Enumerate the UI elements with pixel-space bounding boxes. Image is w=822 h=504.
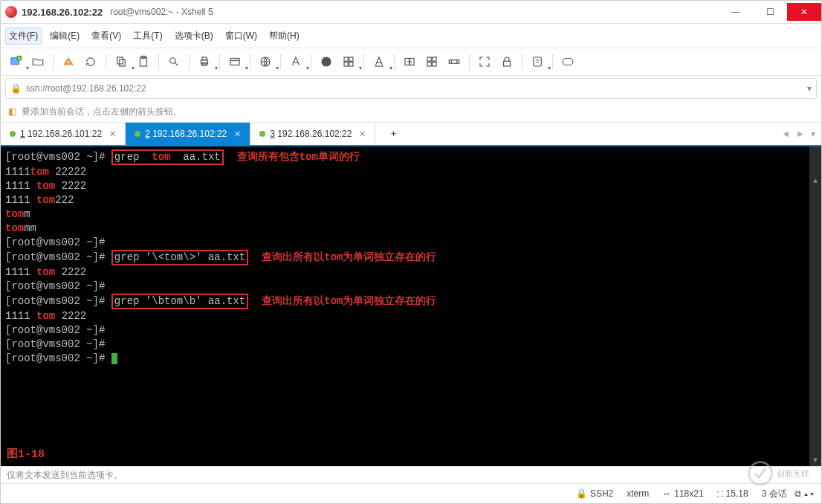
toolbar: ▾ ▾ ▾ ▾ ▾ ▾ ▾ ▾ ▾ — [1, 48, 821, 76]
menu-help[interactable]: 帮助(H) — [265, 28, 303, 45]
status-dot-icon — [135, 131, 140, 137]
svg-rect-14 — [349, 57, 353, 61]
terminal-line: tommm — [5, 222, 817, 236]
menu-file[interactable]: 文件(F) — [5, 28, 42, 45]
status-sessions: 3 会话 ⧉ ▴ ▾ — [762, 488, 814, 500]
tab-3[interactable]: 3 192.168.26.102:22 ✕ — [250, 123, 375, 145]
menu-view[interactable]: 查看(V) — [88, 28, 125, 45]
menu-tools[interactable]: 工具(T) — [129, 28, 166, 45]
send-scope-bar[interactable]: 仅将文本发送到当前选项卡。 — [1, 466, 821, 483]
svg-point-27 — [749, 462, 772, 485]
minimize-button[interactable]: — — [719, 3, 753, 21]
terminal-line: [root@vms002 ~]# — [5, 323, 817, 337]
terminal-line: [root@vms002 ~]# grep '\btom\b' aa.txt查询… — [5, 294, 817, 309]
tab-close-icon[interactable]: ✕ — [109, 129, 116, 139]
properties-icon[interactable]: ▾ — [226, 53, 244, 71]
help-icon[interactable] — [559, 53, 577, 71]
svg-rect-25 — [534, 57, 542, 66]
new-session-icon[interactable]: ▾ — [7, 53, 25, 71]
open-icon[interactable] — [29, 53, 47, 71]
svg-point-6 — [170, 58, 176, 64]
status-dot-icon — [259, 131, 265, 137]
svg-rect-3 — [120, 59, 126, 66]
svg-rect-8 — [202, 57, 207, 60]
svg-rect-15 — [344, 62, 348, 66]
svg-point-12 — [322, 57, 331, 66]
svg-rect-26 — [563, 59, 573, 65]
address-bar[interactable]: 🔒 ssh://root@192.168.26.102:22 ▾ — [5, 78, 817, 99]
sessions-icon[interactable] — [423, 53, 441, 71]
reconnect-icon[interactable] — [82, 53, 100, 71]
fullscreen-icon[interactable] — [476, 53, 493, 71]
terminal-scrollbar[interactable]: ▲ ▼ — [809, 146, 821, 466]
close-button[interactable]: ✕ — [787, 3, 821, 21]
address-dropdown-icon[interactable]: ▾ — [807, 83, 812, 94]
terminal-line: [root@vms002 ~]# — [5, 352, 817, 366]
terminal-line: 1111tom 22222 — [5, 165, 817, 179]
terminal-line: 1111 tom 2222 — [5, 265, 817, 280]
terminal-line: 1111 tom 2222 — [5, 179, 817, 193]
tab-close-icon[interactable]: ✕ — [234, 129, 241, 139]
svg-rect-24 — [504, 61, 511, 66]
status-proto: 🔒 SSH2 — [576, 488, 613, 499]
tab-prev-icon[interactable]: ◄ — [781, 129, 790, 139]
tab-close-icon[interactable]: ✕ — [359, 129, 366, 139]
tab-1[interactable]: 1 192.168.26.101:22 ✕ — [1, 123, 126, 145]
figure-label: 图1-18 — [7, 448, 45, 462]
svg-rect-23 — [449, 60, 459, 64]
menu-edit[interactable]: 编辑(E) — [46, 28, 83, 45]
app-icon — [5, 6, 17, 18]
maximize-button[interactable]: ☐ — [753, 3, 787, 21]
address-url: ssh://root@192.168.26.102:22 — [26, 83, 146, 94]
hint-bar: ◧ 要添加当前会话，点击左侧的箭头按钮。 — [1, 101, 821, 123]
status-term: xterm — [627, 488, 649, 499]
session-tabs: 1 192.168.26.101:22 ✕ 2 192.168.26.102:2… — [1, 123, 821, 146]
paste-icon[interactable] — [135, 53, 152, 71]
find-icon[interactable] — [165, 53, 183, 71]
bookmark-icon[interactable]: ◧ — [7, 106, 17, 117]
watermark: 创新互联 — [747, 459, 814, 488]
copy-icon[interactable]: ▾ — [112, 53, 130, 71]
svg-rect-22 — [433, 62, 436, 66]
svg-rect-19 — [427, 57, 431, 61]
svg-rect-21 — [427, 62, 431, 66]
terminal-line: 1111 tom 2222 — [5, 309, 817, 323]
svg-rect-2 — [117, 57, 123, 64]
window-buttons: — ☐ ✕ — [719, 1, 821, 23]
script-icon[interactable]: ▾ — [528, 53, 546, 71]
globe-icon[interactable]: ▾ — [256, 53, 274, 71]
transfer-icon[interactable] — [401, 53, 418, 71]
terminal-line: [root@vms002 ~]# grep '\<tom\>' aa.txt查询… — [5, 250, 817, 265]
terminal-line: 1111 tom222 — [5, 193, 817, 207]
terminal-line: tomm — [5, 207, 817, 222]
color-scheme-icon[interactable]: ▾ — [340, 53, 357, 71]
tunnel-icon[interactable] — [445, 53, 463, 71]
hint-text: 要添加当前会话，点击左侧的箭头按钮。 — [22, 106, 182, 118]
quick-connect-icon[interactable] — [59, 53, 77, 71]
svg-rect-16 — [349, 62, 353, 66]
title-bar: 192.168.26.102:22 root@vms002:~ - Xshell… — [1, 1, 821, 24]
menu-window[interactable]: 窗口(W) — [221, 28, 261, 45]
encoding-icon[interactable]: ▾ — [370, 53, 388, 71]
tab-nav: ◄ ► ▾ — [775, 123, 821, 145]
terminal-line: [root@vms002 ~]# — [5, 280, 817, 294]
lock-icon[interactable] — [498, 53, 516, 71]
terminal-line: [root@vms002 ~]# — [5, 236, 817, 250]
status-size: ↔ 118x21 — [662, 488, 703, 499]
terminal[interactable]: [root@vms002 ~]# grep tom aa.txt查询所有包含to… — [1, 146, 821, 466]
menu-tabs[interactable]: 选项卡(B) — [171, 28, 217, 45]
font-icon[interactable]: ▾ — [287, 53, 305, 71]
tab-next-icon[interactable]: ► — [796, 129, 805, 139]
window-subtitle: root@vms002:~ - Xshell 5 — [110, 7, 213, 17]
xshell-window: 192.168.26.102:22 root@vms002:~ - Xshell… — [0, 0, 822, 504]
new-tab-button[interactable]: + — [375, 123, 411, 145]
svg-rect-10 — [230, 59, 239, 65]
print-icon[interactable]: ▾ — [195, 53, 213, 71]
window-title: 192.168.26.102:22 — [22, 7, 103, 18]
tab-list-icon[interactable]: ▾ — [811, 129, 815, 139]
tab-2[interactable]: 2 192.168.26.102:22 ✕ — [126, 123, 250, 145]
status-dot-icon — [10, 131, 16, 137]
lock-small-icon: 🔒 — [10, 83, 22, 94]
highlight-icon[interactable] — [317, 53, 335, 71]
menu-bar: 文件(F) 编辑(E) 查看(V) 工具(T) 选项卡(B) 窗口(W) 帮助(… — [1, 24, 821, 48]
